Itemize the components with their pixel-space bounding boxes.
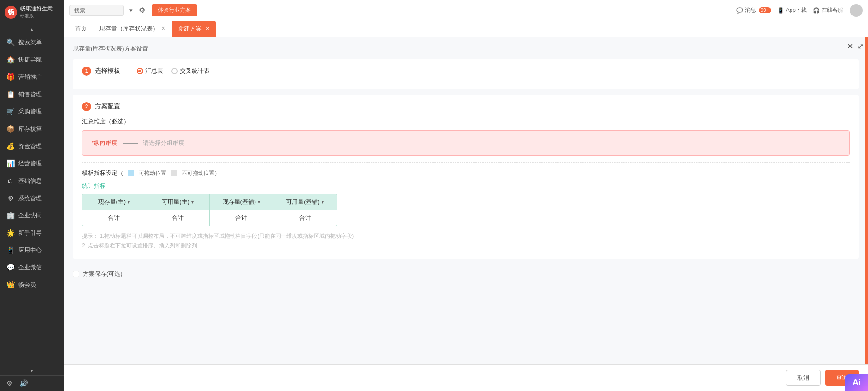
stats-col-header-available-aux[interactable]: 可用量(基辅)▾: [273, 194, 337, 210]
sidebar-item-system[interactable]: ⚙系统管理: [0, 190, 64, 207]
stats-col-header-stock-main[interactable]: 现存量(主)▾: [82, 194, 146, 210]
online-service-button[interactable]: 🎧 在线客服: [813, 6, 843, 14]
settings-icon[interactable]: ⚙: [6, 379, 12, 387]
sidebar-item-basic[interactable]: 🗂基础信息: [0, 172, 64, 190]
sidebar-item-label: 企业协同: [18, 211, 42, 220]
save-label: 方案保存(可选): [83, 270, 123, 278]
sidebar-item-finance[interactable]: 💰资金管理: [0, 138, 64, 155]
close-panel-icon[interactable]: ✕: [847, 42, 853, 51]
divider1: [82, 162, 850, 163]
sidebar-item-appcenter[interactable]: 📱应用中心: [0, 242, 64, 259]
radio-dot-cross: [171, 68, 178, 74]
sidebar-item-label: 搜索菜单: [18, 38, 42, 46]
sidebar-item-label: 新手引导: [18, 229, 42, 237]
sidebar-item-quicknav[interactable]: 🏠快捷导航: [0, 51, 64, 68]
tab-home[interactable]: 首页: [68, 21, 93, 37]
sidebar-item-wechat[interactable]: 💬企业微信: [0, 259, 64, 276]
sidebar-item-search[interactable]: 🔍搜索菜单: [0, 34, 64, 51]
col-chevron-available-aux[interactable]: ▾: [322, 200, 324, 205]
save-row: 方案保存(可选): [73, 264, 859, 283]
app-logo-icon: 畅: [5, 6, 17, 19]
cancel-button[interactable]: 取消: [786, 370, 821, 386]
sidebar-item-label: 畅会员: [18, 281, 36, 289]
search-dropdown-icon[interactable]: ▾: [129, 7, 133, 14]
sidebar-item-newguide[interactable]: 🌟新手引导: [0, 224, 64, 242]
basic-icon: 🗂: [6, 177, 15, 185]
tab-close-new-plan[interactable]: ✕: [205, 26, 209, 31]
topbar-right: 💬 消息 99+ 📱 App下载 🎧 在线客服: [736, 4, 863, 17]
sidebar-item-member[interactable]: 👑畅会员: [0, 276, 64, 293]
stats-table: 现存量(主)▾可用量(主)▾现存量(基辅)▾可用量(基辅)▾合计合计合计合计: [82, 194, 337, 226]
stats-col-header-stock-aux[interactable]: 现存量(基辅)▾: [210, 194, 274, 210]
step2-title: 方案配置: [95, 103, 120, 111]
sidebar-item-purchase[interactable]: 🛒采购管理: [0, 103, 64, 120]
search-input[interactable]: [69, 5, 124, 16]
col-label-available-aux: 可用量(基辅): [286, 198, 320, 206]
tab-new-plan[interactable]: 新建方案✕: [172, 21, 216, 37]
sidebar-item-inventory[interactable]: 📦库存核算: [0, 120, 64, 138]
sidebar-item-marketing[interactable]: 🎁营销推广: [0, 68, 64, 86]
app-download-button[interactable]: 📱 App下载: [777, 6, 807, 14]
messages-badge: 99+: [759, 7, 771, 13]
gear-icon[interactable]: ⚙: [139, 6, 145, 15]
tab-label-inventory-status: 现存量（库存状况表）: [99, 25, 158, 33]
page-title: 现存量(库存状况表)方案设置: [73, 45, 859, 53]
wechat-icon: 💬: [6, 263, 15, 272]
col-chevron-stock-main[interactable]: ▾: [128, 200, 130, 205]
dimension-required-label: 汇总维度（必选）: [82, 118, 850, 126]
sidebar-item-label: 库存核算: [18, 125, 42, 133]
stats-col-body-available-main: 合计: [146, 210, 210, 226]
appcenter-icon: 📱: [6, 246, 15, 254]
tab-inventory-status[interactable]: 现存量（库存状况表）✕: [93, 21, 172, 37]
ai-badge[interactable]: Ai: [845, 374, 868, 391]
sidebar-scroll-up[interactable]: ▲: [0, 25, 64, 34]
col-label-stock-aux: 现存量(基辅): [223, 198, 256, 206]
sidebar-item-label: 经营管理: [18, 159, 42, 168]
step2-num: 2: [82, 102, 91, 111]
tab-label-home: 首页: [75, 25, 87, 33]
operation-icon: 📊: [6, 159, 15, 168]
col-chevron-available-main[interactable]: ▾: [191, 200, 194, 205]
expand-panel-icon[interactable]: ⤢: [858, 42, 863, 51]
panel-controls: ✕ ⤢: [847, 42, 863, 51]
stats-col-body-available-aux: 合计: [273, 210, 337, 226]
template-radio-group: 汇总表交叉统计表: [137, 67, 209, 75]
radio-label-cross: 交叉统计表: [180, 67, 209, 75]
messages-button[interactable]: 💬 消息 99+: [736, 6, 771, 14]
non-draggable-tag-label: 不可拖动位置）: [182, 170, 220, 177]
user-avatar[interactable]: [850, 4, 863, 17]
sidebar-item-operation[interactable]: 📊经营管理: [0, 155, 64, 172]
indicator-settings-label: 模板指标设定（ 可拖动位置 不可拖动位置）: [82, 169, 850, 177]
member-icon: 👑: [6, 281, 15, 289]
sidebar-bottom: ⚙ 🔊: [0, 375, 64, 391]
stats-col-body-stock-aux: 合计: [210, 210, 274, 226]
sidebar-item-enterprise[interactable]: 🏢企业协同: [0, 207, 64, 224]
dimension-dash: ——: [123, 139, 138, 147]
marketing-icon: 🎁: [6, 73, 15, 81]
trial-button[interactable]: 体验行业方案: [152, 4, 197, 16]
sidebar-scroll-down[interactable]: ▼: [0, 366, 64, 375]
sidebar-item-label: 基础信息: [18, 177, 42, 185]
main-area: ▾ ⚙ 体验行业方案 💬 消息 99+ 📱 App下载 🎧 在线客服 首页现存量…: [64, 0, 868, 391]
tip-line-1: 2. 点击标题栏下拉可设置排序、插入列和删除列: [82, 242, 850, 250]
col-chevron-stock-aux[interactable]: ▾: [258, 200, 260, 205]
step1-block: 1 选择模板 汇总表交叉统计表: [73, 59, 859, 89]
stats-col-header-available-main[interactable]: 可用量(主)▾: [146, 194, 210, 210]
quicknav-icon: 🏠: [6, 56, 15, 64]
step1-header: 1 选择模板 汇总表交叉统计表: [82, 67, 850, 76]
sidebar-item-label: 企业微信: [18, 263, 42, 272]
sidebar-item-sales[interactable]: 📋销售管理: [0, 86, 64, 103]
vertical-dimension-label: *纵向维度: [92, 139, 117, 147]
resize-handle[interactable]: [865, 37, 868, 364]
sidebar-item-label: 营销推广: [18, 73, 42, 81]
col-label-available-main: 可用量(主): [162, 198, 189, 206]
save-checkbox[interactable]: [73, 271, 79, 277]
tab-close-inventory-status[interactable]: ✕: [161, 26, 165, 31]
sidebar: 畅 畅康通好生意 标准版 ▲ 🔍搜索菜单🏠快捷导航🎁营销推广📋销售管理🛒采购管理…: [0, 0, 64, 391]
sound-icon[interactable]: 🔊: [20, 379, 28, 387]
radio-summary[interactable]: 汇总表: [137, 67, 163, 75]
dimension-row[interactable]: *纵向维度 —— 请选择分组维度: [82, 130, 850, 156]
sidebar-item-label: 采购管理: [18, 108, 42, 116]
radio-cross[interactable]: 交叉统计表: [171, 67, 209, 75]
app-logo-text: 畅康通好生意 标准版: [20, 5, 53, 19]
